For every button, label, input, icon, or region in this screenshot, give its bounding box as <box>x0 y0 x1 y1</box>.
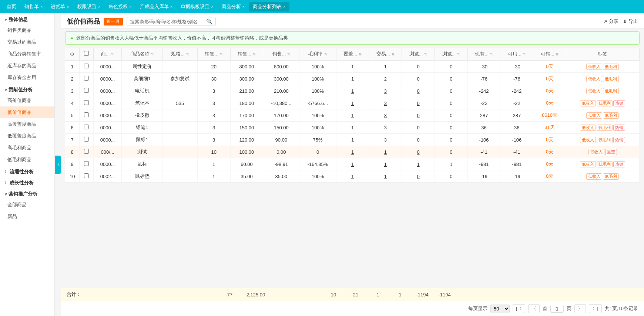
th-code[interactable]: 商... ⇅ <box>94 48 122 61</box>
sidebar-item-stock-funds[interactable]: 库存资金占用 <box>0 72 54 84</box>
th-sales3[interactable]: 销售... ⇅ <box>263 48 299 61</box>
nav-item-template[interactable]: 单据模板设置 × <box>177 2 217 11</box>
page-number-input[interactable] <box>550 305 564 313</box>
cell-browse1[interactable]: 1 <box>402 158 435 170</box>
search-input[interactable] <box>130 19 204 24</box>
last-page-button[interactable]: 〉| <box>589 304 601 313</box>
cell-browse1[interactable]: 0 <box>402 109 435 122</box>
th-sales1[interactable]: 销售... ⇅ <box>197 48 230 61</box>
th-available-stock[interactable]: 可用... ⇅ <box>500 48 533 61</box>
nav-item-analysis-list[interactable]: 商品分析列表 × <box>249 2 289 11</box>
sidebar-item-low-value[interactable]: 低价值商品 <box>0 106 54 118</box>
page-title: 低价值商品 <box>67 17 100 26</box>
close-sales-icon[interactable]: × <box>40 4 43 9</box>
select-all-checkbox[interactable] <box>84 51 89 56</box>
row-checkbox[interactable] <box>84 161 89 166</box>
nav-item-permissions[interactable]: 权限设置 × <box>74 2 104 11</box>
cell-browse1[interactable]: 0 <box>402 170 435 183</box>
share-button[interactable]: ↗ 分享 <box>603 18 618 25</box>
th-coverage[interactable]: 覆盖... ⇅ <box>336 48 369 61</box>
filter-tag[interactable]: 近一月 <box>104 18 123 26</box>
sidebar-item-low-coverage[interactable]: 低覆盖度商品 <box>0 130 54 142</box>
row-checkbox[interactable] <box>84 137 89 142</box>
info-banner: ✦ 这部分商品的销售收入大幅低于商品平均销售收入，价值不高，可考虑调整营销策略，… <box>65 31 640 45</box>
sidebar-group-marketing[interactable]: ∨ 营销推广分析 <box>0 188 54 199</box>
cell-browse1[interactable]: 0 <box>402 73 435 85</box>
content-header: 低价值商品 近一月 🔍 ↗ 分享 ⬇ 导出 <box>61 13 644 28</box>
nav-item-roles[interactable]: 角色授权 × <box>105 2 135 11</box>
sidebar-item-high-value[interactable]: 高价值商品 <box>0 95 54 106</box>
footer-col10: 21 <box>345 292 367 298</box>
row-checkbox[interactable] <box>84 88 89 93</box>
cell-browse1[interactable]: 0 <box>402 97 435 109</box>
cell-browse1[interactable]: 0 <box>402 146 435 158</box>
sidebar-item-high-profit[interactable]: 高毛利商品 <box>0 142 54 154</box>
nav-item-warehouse[interactable]: 产成品入库单 × <box>136 2 176 11</box>
close-warehouse-icon[interactable]: × <box>170 4 172 9</box>
cell-spec <box>162 109 197 122</box>
sidebar-item-high-coverage[interactable]: 高覆盖度商品 <box>0 118 54 130</box>
th-sellable[interactable]: 可销... ⇅ <box>533 48 566 61</box>
export-button[interactable]: ⬇ 导出 <box>623 18 638 25</box>
close-analysis-list-icon[interactable]: × <box>283 4 285 9</box>
cell-browse1[interactable]: 0 <box>402 134 435 146</box>
th-browse1[interactable]: 浏览... ⇅ <box>402 48 435 61</box>
th-current-stock[interactable]: 现有... ⇅ <box>467 48 500 61</box>
cell-col12: 0 <box>435 109 467 122</box>
sidebar-item-sales-goods[interactable]: 销售类商品 <box>0 24 54 36</box>
row-checkbox[interactable] <box>84 149 89 154</box>
cell-spec: 参加复试 <box>162 73 197 85</box>
sidebar-item-traded-goods[interactable]: 交易过的商品 <box>0 36 54 48</box>
sidebar-item-low-profit[interactable]: 低毛利商品 <box>0 154 54 166</box>
search-wrap: 🔍 <box>127 17 216 26</box>
th-spec[interactable]: 规格... ⇅ <box>162 48 197 61</box>
th-profit-rate[interactable]: 毛利率 ⇅ <box>299 48 336 61</box>
prev-page-button[interactable]: 〈 <box>528 304 540 313</box>
sidebar-group-circulation[interactable]: 〉 流通性分析 <box>0 166 54 177</box>
sidebar: ∨ 整体信息 销售类商品 交易过的商品 商品分类销售率 近库存的商品 库存资金占… <box>0 13 55 316</box>
th-trade[interactable]: 交易... ⇅ <box>369 48 402 61</box>
th-name[interactable]: 商品名称 ⇅ <box>122 48 163 61</box>
row-checkbox[interactable] <box>84 125 89 129</box>
sidebar-group-overall[interactable]: ∨ 整体信息 <box>0 13 54 24</box>
cell-browse1[interactable]: 0 <box>402 122 435 134</box>
th-browse2[interactable]: 浏览... ⇅ <box>435 48 467 61</box>
nav-item-analysis[interactable]: 商品分析 × <box>218 2 248 11</box>
close-analysis-icon[interactable]: × <box>242 4 245 9</box>
per-page-select[interactable]: 50 100 200 <box>490 305 510 313</box>
search-icon[interactable]: 🔍 <box>206 18 212 24</box>
close-roles-icon[interactable]: × <box>129 4 131 9</box>
cell-num-0: 3 <box>197 122 230 134</box>
first-page-button[interactable]: |〈 <box>513 304 525 313</box>
cell-name: 铅笔1 <box>122 122 163 134</box>
cell-browse1[interactable]: 0 <box>402 61 435 73</box>
th-settings[interactable]: ⚙ <box>65 48 80 61</box>
cell-num-2: 150.00 <box>263 122 299 134</box>
th-sales2[interactable]: 销售... ⇅ <box>230 48 263 61</box>
row-checkbox[interactable] <box>84 173 89 178</box>
sidebar-item-new-goods[interactable]: 新品 <box>0 211 54 222</box>
cell-browse1[interactable]: 0 <box>402 85 435 97</box>
close-permissions-icon[interactable]: × <box>98 4 100 9</box>
nav-item-sales[interactable]: 销售单 × <box>21 2 46 11</box>
cell-days: 0天 <box>533 85 566 97</box>
row-checkbox[interactable] <box>84 100 89 105</box>
row-checkbox[interactable] <box>84 76 89 81</box>
sidebar-item-all-goods[interactable]: 全部商品 <box>0 199 54 211</box>
nav-item-purchase[interactable]: 进货单 × <box>47 2 73 11</box>
close-template-icon[interactable]: × <box>211 4 213 9</box>
sidebar-group-growth[interactable]: 〉 成长性分析 <box>0 177 54 188</box>
row-checkbox[interactable] <box>84 112 89 117</box>
nav-home[interactable]: 首页 <box>3 2 20 11</box>
cell-tags: 低收入低毛利 <box>566 170 639 183</box>
close-purchase-icon[interactable]: × <box>67 4 69 9</box>
cell-spec <box>162 122 197 134</box>
next-page-button[interactable]: 〉 <box>574 304 586 313</box>
sidebar-item-near-stock[interactable]: 近库存的商品 <box>0 60 54 72</box>
cell-tags: 低收入低毛利 <box>566 85 639 97</box>
table-header-row: ⚙ 商... ⇅ 商品名称 ⇅ 规格... ⇅ 销售... ⇅ 销售... ⇅ … <box>65 48 640 61</box>
sidebar-collapse-button[interactable]: 《 <box>55 156 61 174</box>
sidebar-group-contribution[interactable]: ∨ 贡献值分析 <box>0 84 54 95</box>
sidebar-item-category-sales[interactable]: 商品分类销售率 <box>0 48 54 60</box>
row-checkbox[interactable] <box>84 64 89 68</box>
